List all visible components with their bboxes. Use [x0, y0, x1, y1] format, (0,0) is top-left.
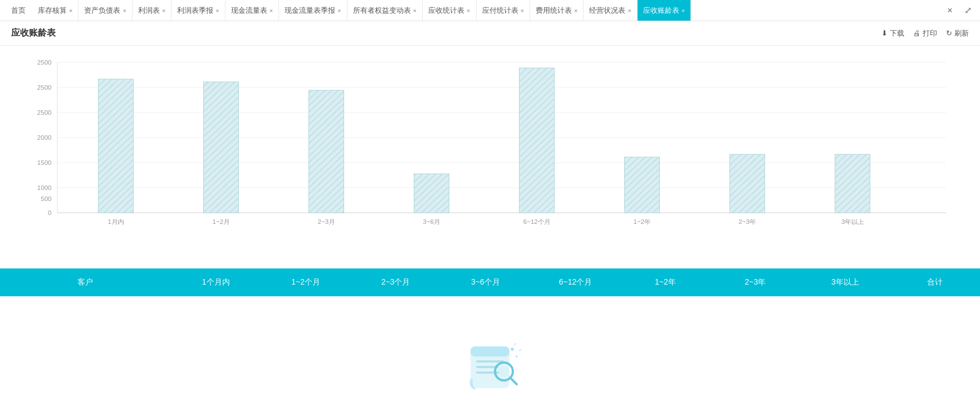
- th-1-2year: 1~2年: [620, 277, 710, 287]
- svg-text:6~12个月: 6~12个月: [523, 218, 551, 225]
- svg-text:3~6月: 3~6月: [423, 218, 440, 225]
- svg-text:2~3月: 2~3月: [318, 218, 335, 225]
- close-icon[interactable]: ×: [270, 7, 273, 14]
- tab-operation-status[interactable]: 经营状况表 ×: [584, 0, 637, 21]
- svg-text:1~2年: 1~2年: [634, 218, 651, 225]
- bar-3plus-year: [835, 154, 870, 213]
- th-customer: 客户: [0, 277, 171, 287]
- tab-ar-stat[interactable]: 应收统计表 ×: [423, 0, 476, 21]
- chart-container: 2500 2500 2500 2000 1500 1000 500 0 1月内 …: [22, 57, 958, 246]
- page-header: 应收账龄表 ⬇ 下载 🖨 打印 ↻ 刷新: [0, 21, 980, 46]
- bar-2-3year: [730, 154, 765, 213]
- window-maximize-button[interactable]: ⤢: [960, 3, 976, 18]
- refresh-icon: ↻: [946, 29, 952, 37]
- table-header: 客户 1个月内 1~2个月 2~3个月 3~6个月 6~12个月 1~2年 2~…: [0, 268, 980, 296]
- svg-text:2500: 2500: [37, 59, 52, 66]
- refresh-button[interactable]: ↻ 刷新: [946, 28, 969, 38]
- tab-bar-actions: × ⤢: [942, 3, 976, 18]
- download-icon: ⬇: [881, 29, 888, 37]
- table-body: [0, 296, 980, 401]
- svg-rect-32: [476, 371, 501, 374]
- close-icon[interactable]: ×: [162, 7, 165, 14]
- svg-text:500: 500: [41, 195, 51, 202]
- svg-text:3年以上: 3年以上: [841, 218, 864, 225]
- download-label: 下载: [890, 28, 904, 38]
- tab-balance-sheet[interactable]: 资产负债表 ×: [79, 0, 132, 21]
- svg-text:2500: 2500: [37, 84, 52, 91]
- svg-point-37: [516, 355, 518, 358]
- svg-text:1~2月: 1~2月: [213, 218, 230, 225]
- close-icon[interactable]: ×: [574, 7, 577, 14]
- bar-1month: [99, 79, 134, 213]
- svg-line-39: [519, 350, 521, 351]
- svg-text:2500: 2500: [37, 109, 52, 116]
- tab-profit[interactable]: 利润表 ×: [133, 0, 171, 21]
- close-icon[interactable]: ×: [413, 7, 416, 14]
- bar-1-2year: [625, 157, 660, 213]
- th-2-3month: 2~3个月: [351, 277, 440, 287]
- close-icon[interactable]: ×: [628, 7, 631, 14]
- svg-text:2~3年: 2~3年: [739, 218, 756, 225]
- print-icon: 🖨: [913, 29, 920, 37]
- th-3plus-year: 3年以上: [800, 277, 890, 287]
- th-2-3year: 2~3年: [710, 277, 800, 287]
- bar-chart: 2500 2500 2500 2000 1500 1000 500 0 1月内 …: [22, 57, 958, 235]
- bar-2-3month: [309, 90, 344, 213]
- close-icon[interactable]: ×: [69, 7, 72, 14]
- th-total: 合计: [890, 277, 980, 287]
- tab-cash-flow-quarter[interactable]: 现金流量表季报 ×: [279, 0, 347, 21]
- close-icon[interactable]: ×: [122, 7, 126, 14]
- tab-inventory[interactable]: 库存核算 ×: [32, 0, 79, 21]
- chart-area: 2500 2500 2500 2000 1500 1000 500 0 1月内 …: [0, 46, 980, 268]
- empty-state: [457, 319, 523, 401]
- main-content: 2500 2500 2500 2000 1500 1000 500 0 1月内 …: [0, 46, 980, 401]
- header-actions: ⬇ 下载 🖨 打印 ↻ 刷新: [881, 28, 969, 38]
- close-icon[interactable]: ×: [215, 7, 219, 14]
- close-icon[interactable]: ×: [467, 7, 470, 14]
- page-title: 应收账龄表: [11, 27, 56, 39]
- bar-1-2month: [204, 82, 239, 213]
- svg-text:0: 0: [48, 209, 51, 216]
- tab-ar-aging[interactable]: 应收账龄表 ×: [638, 0, 691, 21]
- close-icon[interactable]: ×: [337, 7, 341, 14]
- print-label: 打印: [923, 28, 937, 38]
- svg-text:1月内: 1月内: [108, 218, 124, 225]
- tab-profit-quarter[interactable]: 利润表季报 ×: [171, 0, 225, 21]
- svg-text:1500: 1500: [37, 159, 52, 166]
- print-button[interactable]: 🖨 打印: [913, 28, 937, 38]
- close-icon[interactable]: ×: [682, 7, 685, 14]
- bar-3-6month: [414, 174, 449, 213]
- refresh-label: 刷新: [954, 28, 969, 38]
- svg-rect-29: [471, 346, 509, 356]
- tab-cash-flow[interactable]: 现金流量表 ×: [226, 0, 279, 21]
- tab-bar: 首页 库存核算 × 资产负债表 × 利润表 × 利润表季报 × 现金流量表 × …: [0, 0, 980, 21]
- th-1-2month: 1~2个月: [261, 277, 350, 287]
- tab-expense-stat[interactable]: 费用统计表 ×: [530, 0, 584, 21]
- th-1month: 1个月内: [171, 277, 261, 287]
- tab-ap-stat[interactable]: 应付统计表 ×: [477, 0, 530, 21]
- svg-rect-30: [476, 360, 504, 363]
- tab-home[interactable]: 首页: [4, 0, 32, 21]
- download-button[interactable]: ⬇ 下载: [881, 28, 904, 38]
- svg-text:1000: 1000: [37, 184, 52, 191]
- empty-state-illustration: [457, 330, 523, 397]
- close-icon[interactable]: ×: [521, 7, 524, 14]
- tab-equity-change[interactable]: 所有者权益变动表 ×: [347, 0, 423, 21]
- svg-point-36: [511, 348, 514, 351]
- svg-point-34: [498, 366, 509, 377]
- svg-line-35: [510, 378, 517, 384]
- bar-6-12month: [520, 68, 555, 213]
- svg-text:2000: 2000: [37, 134, 52, 141]
- th-3-6month: 3~6个月: [440, 277, 530, 287]
- th-6-12month: 6~12个月: [531, 277, 620, 287]
- svg-line-38: [514, 343, 516, 345]
- window-close-button[interactable]: ×: [942, 3, 958, 18]
